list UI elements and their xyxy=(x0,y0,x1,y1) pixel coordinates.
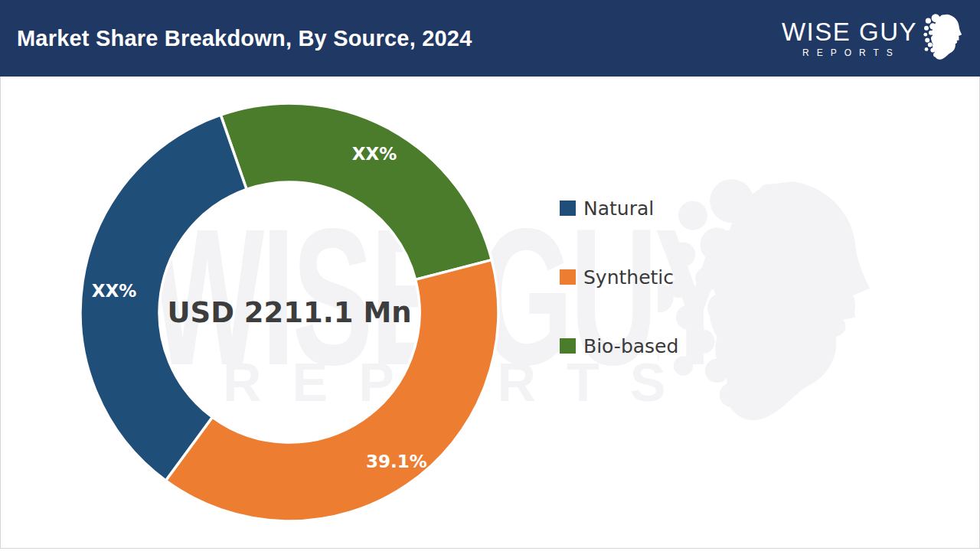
watermark-head-icon xyxy=(658,162,903,453)
slice-label-bio-based: XX% xyxy=(352,144,397,164)
legend-label-synthetic: Synthetic xyxy=(583,266,674,289)
legend-swatch-synthetic xyxy=(560,269,576,285)
legend-item-natural: Natural xyxy=(560,197,678,219)
chart-area: WISE GUY REPORTS xyxy=(0,77,980,549)
legend-label-bio-based: Bio-based xyxy=(583,335,678,357)
logo-head-icon xyxy=(922,10,968,67)
header-bar: Market Share Breakdown, By Source, 2024 … xyxy=(0,0,980,77)
page-title: Market Share Breakdown, By Source, 2024 xyxy=(0,26,472,51)
donut-chart: XX% XX% 39.1% USD 2211.1 Mn xyxy=(79,102,500,523)
slice-label-synthetic: 39.1% xyxy=(366,452,427,471)
logo-text: WISE GUY REPORTS xyxy=(782,19,917,58)
legend-swatch-bio-based xyxy=(560,338,576,354)
legend-item-bio-based: Bio-based xyxy=(560,335,678,357)
legend-item-synthetic: Synthetic xyxy=(560,266,678,288)
slice-bio-based xyxy=(220,103,492,279)
report-page: Market Share Breakdown, By Source, 2024 … xyxy=(0,0,980,551)
legend-swatch-natural xyxy=(560,201,576,216)
logo-wordmark: WISE GUY xyxy=(782,19,917,45)
donut-center-value: USD 2211.1 Mn xyxy=(167,296,411,329)
legend-label-natural: Natural xyxy=(583,197,654,220)
slice-label-natural: XX% xyxy=(92,281,137,301)
logo-subtitle: REPORTS xyxy=(799,47,900,58)
wise-guy-logo: WISE GUY REPORTS xyxy=(782,0,968,77)
chart-legend: Natural Synthetic Bio-based xyxy=(560,197,678,357)
